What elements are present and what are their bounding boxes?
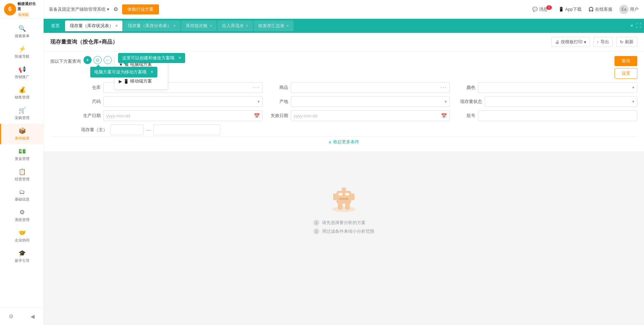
filter-label: 按以下方案查询 (50, 56, 81, 67)
action-buttons: 查询 设置 (614, 56, 637, 79)
sidebar-item-marketing[interactable]: 📢 营销推广 (0, 62, 43, 83)
exp-date-input[interactable]: yyyy-mm-dd 📅 (291, 110, 450, 121)
sidebar-label-basic-info: 基础信息 (15, 197, 30, 202)
scheme-copy-btn[interactable]: ⊙ (94, 56, 102, 64)
tab-close-all-icon[interactable]: × (630, 23, 633, 29)
svg-rect-6 (333, 194, 336, 200)
tab-inventory-status-close[interactable]: × (115, 23, 118, 28)
filter-row-4: 现存量（主） — (80, 124, 637, 135)
refresh-label: 刷新 (625, 39, 634, 45)
scheme-mobile[interactable]: ▶ 📱 移动端方案 (119, 77, 164, 85)
system-settings-icon[interactable]: ⚙ (113, 6, 118, 12)
tooltip-scheme-copy: 电脑方案可设为移动方案哦 × (90, 67, 157, 77)
tab-recv-send-summary-close[interactable]: × (286, 23, 289, 28)
sidebar-item-sales[interactable]: 💰 销售管理 (0, 83, 43, 103)
qty-from-input[interactable] (110, 124, 144, 135)
sidebar-item-quick-nav[interactable]: ⚡ 快速导航 (0, 42, 43, 62)
tab-recv-send-summary[interactable]: 收发存汇总表 × (254, 20, 293, 31)
prod-date-input[interactable]: yyyy-mm-dd 📅 (103, 110, 263, 121)
sidebar-label-operations: 经营管理 (15, 177, 30, 182)
sidebar-item-inventory[interactable]: 📦 库存核算 (0, 124, 43, 144)
sidebar-logo: 6 畅捷通好生意 标准版 (0, 0, 43, 19)
tab-expand-icon[interactable]: ⛶ (636, 23, 641, 29)
color-select[interactable]: ▾ (478, 82, 637, 93)
collapse-sidebar-icon[interactable]: ◀ (29, 312, 36, 321)
tab-inventory-dist-close[interactable]: × (173, 23, 176, 28)
tooltip-scheme-copy-close[interactable]: × (151, 69, 153, 74)
tab-inventory-status[interactable]: 现存量（库存状况表） × (65, 20, 122, 31)
hint-number-2: 2 (313, 228, 319, 234)
sidebar-icon-marketing: 📢 (18, 66, 26, 73)
tabbar-end: × ⛶ (630, 23, 641, 29)
hint-text-1: 请先选择要分析的方案 (322, 220, 366, 226)
origin-arrow[interactable]: ▾ (445, 99, 447, 104)
btn-query[interactable]: 查询 (614, 56, 637, 66)
sidebar-item-enterprise[interactable]: 🤝 企业协同 (0, 226, 43, 246)
exp-date-icon[interactable]: 📅 (441, 113, 447, 118)
color-arrow[interactable]: ▾ (632, 85, 634, 90)
tooltip-scheme-edit: 这里可以创建和修改方案哦 × (118, 53, 185, 63)
settings-footer-icon[interactable]: ⚙ (7, 312, 15, 321)
app-download-item[interactable]: 📱 App下载 (558, 6, 582, 12)
tab-inout-flow-close[interactable]: × (246, 23, 248, 28)
system-name-select[interactable]: 装备及固定资产辅助管理系统 ▾ (49, 6, 109, 12)
status-select[interactable]: ▾ (485, 96, 637, 107)
product-select[interactable]: ··· (291, 82, 450, 93)
sidebar-label-guide: 新手引导 (15, 258, 30, 263)
batch-input[interactable] (478, 110, 637, 121)
size-arrow[interactable]: ▾ (258, 99, 260, 104)
sidebar-label-quick-nav: 快速导航 (15, 54, 30, 59)
sidebar-label-finance: 资金管理 (15, 156, 30, 161)
tooltip2-arrow (123, 63, 127, 65)
sidebar-icon-quick-nav: ⚡ (18, 45, 26, 53)
prod-date-icon[interactable]: 📅 (254, 113, 260, 118)
tab-home-label: 首页 (51, 23, 60, 29)
sidebar-item-guide[interactable]: 🎓 新手引导 (0, 246, 43, 267)
filter-action-buttons: 查询 设置 (614, 56, 637, 79)
sidebar-item-operations[interactable]: 📋 经营管理 (0, 165, 43, 185)
warehouse-dots[interactable]: ··· (253, 85, 259, 91)
btn-refresh[interactable]: ↻ 刷新 (616, 37, 637, 47)
batch-label: 批号 (455, 113, 475, 119)
status-arrow[interactable]: ▾ (632, 99, 634, 104)
filter-field-prod-date: 生产日期 yyyy-mm-dd 📅 (80, 110, 263, 121)
tab-batch-ledger-close[interactable]: × (210, 23, 212, 28)
msg-item[interactable]: 💬 消息 6 (532, 6, 552, 12)
tooltip-scheme-edit-close[interactable]: × (178, 55, 181, 60)
sidebar-item-purchase[interactable]: 🛒 采购管理 (0, 103, 43, 124)
sidebar: 6 畅捷通好生意 标准版 🔍 搜索菜单 ⚡ 快速导航 📢 营销推广 💰 销售管理… (0, 0, 44, 325)
sidebar-item-finance[interactable]: 💵 资金管理 (0, 144, 43, 165)
tab-inout-flow[interactable]: 出入库流水 × (217, 20, 253, 31)
btn-reset[interactable]: 设置 (614, 68, 637, 79)
product-dots[interactable]: ··· (440, 85, 447, 91)
online-service-item[interactable]: 🎧 在线客服 (588, 6, 612, 12)
sidebar-label-inventory: 库存核算 (15, 136, 30, 141)
btn-export[interactable]: ↑ 导出 (593, 37, 613, 47)
sidebar-item-system[interactable]: ⚙ 系统管理 (0, 205, 43, 226)
sidebar-item-search-menu[interactable]: 🔍 搜索菜单 (0, 21, 43, 42)
filter-field-batch: 批号 (455, 110, 637, 121)
tab-home[interactable]: 首页 (46, 20, 64, 31)
origin-select[interactable]: ▾ (291, 96, 450, 107)
qty-to-input[interactable] (153, 124, 220, 135)
svg-rect-4 (339, 198, 348, 200)
prod-date-placeholder: yyyy-mm-dd (106, 113, 130, 118)
logo-icon: 6 (4, 3, 16, 15)
experience-btn[interactable]: 体验行业方案 (122, 4, 159, 14)
scheme-arrow-btn[interactable]: ← (104, 56, 112, 64)
empty-illustration (327, 181, 361, 214)
filter-row-3: 生产日期 yyyy-mm-dd 📅 失效日期 yyyy-mm-dd 📅 (80, 110, 637, 121)
btn-template-print[interactable]: 🖨 按模板打印 ▾ (551, 37, 590, 47)
template-print-label: 按模板打印 (561, 39, 583, 45)
scheme-add-btn[interactable]: + (84, 56, 92, 64)
sidebar-item-basic-info[interactable]: 🗂 基础信息 (0, 185, 43, 205)
tab-batch-ledger[interactable]: 库存批次账 × (181, 20, 217, 31)
tab-batch-ledger-label: 库存批次账 (186, 23, 208, 29)
filter-field-origin: 产地 ▾ (268, 96, 450, 107)
tabbar: 首页 现存量（库存状况表） × 现存量（库存分布表） × 库存批次账 × 出入库… (44, 19, 644, 33)
size-select[interactable]: ▾ (103, 96, 263, 107)
svg-rect-9 (345, 203, 350, 210)
tab-inventory-dist[interactable]: 现存量（库存分布表） × (123, 20, 180, 31)
collapse-bar[interactable]: ∧ 收起更多条件 (50, 137, 637, 147)
user-item[interactable]: Ea 用户 (619, 5, 639, 14)
